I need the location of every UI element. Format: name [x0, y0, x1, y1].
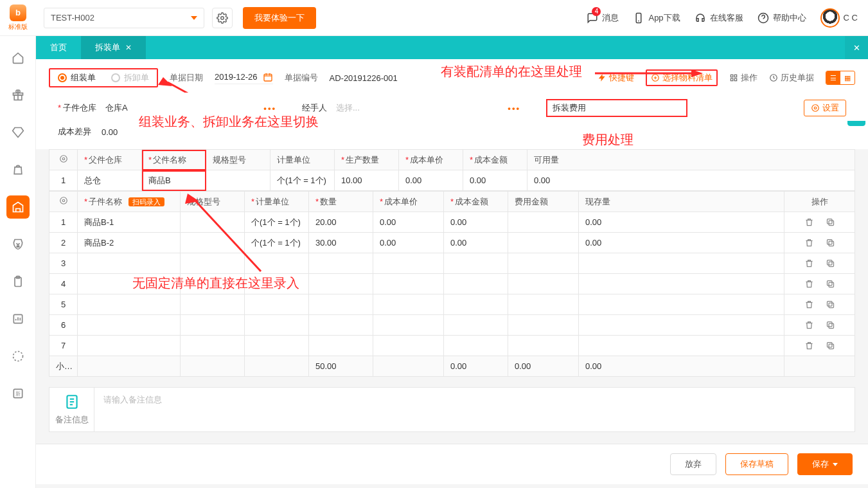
parent-col-unitcost: 成本单价 — [399, 150, 463, 170]
note-icon — [64, 393, 80, 410]
nav-money[interactable] — [6, 233, 30, 256]
nav-new[interactable]: 新 — [6, 382, 30, 405]
svg-rect-37 — [827, 219, 832, 224]
gear-icon — [217, 12, 228, 24]
barcode-chip[interactable]: 扫码录入 — [128, 197, 164, 206]
close-all-tabs[interactable]: ✕ — [845, 36, 868, 59]
parent-row[interactable]: 1 总仓 商品B 个(1个 = 1个) 10.00 0.00 0.00 0.00 — [49, 170, 855, 191]
top-actions: 消息 4 App下载 在线客服 帮助中心 C C — [587, 8, 868, 28]
table-row[interactable]: 4 — [49, 274, 855, 294]
table-row[interactable]: 7 — [49, 336, 855, 356]
support-link[interactable]: 在线客服 — [695, 12, 743, 24]
remark-area: 备注信息 请输入备注信息 — [49, 387, 855, 432]
app-download-link[interactable]: App下载 — [633, 12, 680, 24]
tenant-selector[interactable]: TEST-H002 — [44, 8, 204, 28]
remark-label: 备注信息 — [55, 414, 89, 426]
clipboard-icon — [12, 275, 24, 288]
brand[interactable]: b 标准版 — [0, 0, 36, 35]
history-link[interactable]: 历史单据 — [769, 72, 814, 84]
nav-home[interactable] — [6, 46, 30, 69]
brand-logo-icon: b — [10, 5, 26, 21]
handler-field[interactable]: 选择... — [336, 102, 360, 114]
discard-button[interactable]: 放弃 — [670, 453, 716, 475]
trash-icon[interactable] — [804, 320, 814, 330]
copy-icon[interactable] — [826, 238, 835, 248]
nav-diamond[interactable] — [6, 121, 30, 144]
footer: 放弃 保存草稿 保存 — [36, 444, 868, 484]
svg-point-30 — [814, 107, 817, 109]
child-col-feeamt: 费用金额 — [508, 192, 579, 212]
table-row[interactable]: 3 — [49, 253, 855, 274]
close-icon[interactable]: ✕ — [125, 43, 132, 52]
warehouse-icon — [12, 201, 24, 213]
calendar-icon — [263, 72, 273, 82]
parent-col-costamt: 成本金额 — [463, 150, 527, 170]
settings-link[interactable]: 设置 — [804, 100, 846, 116]
nav-gift[interactable] — [6, 84, 30, 107]
more-icon[interactable]: ••• — [508, 104, 520, 113]
settings-button[interactable] — [212, 8, 233, 28]
date-field[interactable]: 2019-12-26 — [215, 72, 273, 84]
child-gear-header[interactable] — [49, 192, 78, 212]
parent-col-uom: 计量单位 — [270, 150, 335, 170]
report-icon — [12, 312, 24, 325]
trash-icon[interactable] — [804, 341, 814, 350]
copy-icon[interactable] — [826, 300, 835, 309]
table-row[interactable]: 6 — [49, 315, 855, 336]
nav-warehouse[interactable] — [6, 195, 30, 219]
left-nav: 新 — [0, 36, 36, 488]
svg-point-35 — [60, 197, 67, 204]
gear-icon — [59, 154, 68, 163]
operate-link[interactable]: 操作 — [729, 72, 757, 84]
doc-no-value: AD-20191226-001 — [330, 73, 398, 83]
parent-col-spec: 规格型号 — [206, 150, 270, 170]
copy-icon[interactable] — [826, 341, 835, 350]
help-icon — [757, 12, 769, 24]
remark-input[interactable]: 请输入备注信息 — [94, 388, 855, 431]
trash-icon[interactable] — [804, 258, 814, 268]
copy-icon[interactable] — [826, 217, 835, 227]
nav-report[interactable] — [6, 307, 30, 330]
user-menu[interactable]: C C — [820, 8, 858, 28]
table-row[interactable]: 1商品B-1个(1个 = 1个)20.000.000.000.00 — [49, 212, 855, 233]
radio-assemble[interactable]: 组装单 — [58, 72, 96, 84]
svg-rect-21 — [731, 75, 733, 77]
child-col-spec: 规格型号 — [181, 192, 245, 212]
copy-icon[interactable] — [826, 258, 835, 268]
assemble-type-radio-group: 组装单 拆卸单 — [49, 68, 158, 87]
table-row[interactable]: 2商品B-2个(1个 = 1个)30.000.000.000.00 — [49, 233, 855, 253]
nav-sync[interactable] — [6, 345, 30, 368]
messages-link[interactable]: 消息 4 — [587, 12, 619, 24]
trash-icon[interactable] — [804, 300, 814, 309]
svg-point-10 — [13, 352, 22, 361]
save-draft-button[interactable]: 保存草稿 — [725, 453, 788, 475]
copy-icon[interactable] — [826, 279, 835, 289]
view-toggle[interactable]: ☰ ▦ — [826, 71, 855, 85]
save-button[interactable]: 保存 — [797, 453, 853, 475]
cta-button[interactable]: 我要体验一下 — [243, 7, 316, 29]
tab-home[interactable]: 首页 — [36, 36, 81, 59]
child-col-name: 子件名称 扫码录入 — [78, 192, 181, 212]
quick-key-link[interactable]: 快捷键 — [598, 72, 634, 84]
radio-disassemble[interactable]: 拆卸单 — [111, 72, 149, 84]
more-icon[interactable]: ••• — [263, 104, 276, 113]
help-link[interactable]: 帮助中心 — [757, 12, 806, 24]
svg-rect-16 — [264, 74, 272, 81]
avatar — [820, 8, 840, 28]
nav-clipboard[interactable] — [6, 270, 30, 293]
fee-field[interactable]: 拆装费用 — [546, 99, 687, 117]
child-col-qty: 数量 — [309, 192, 373, 212]
trash-icon[interactable] — [804, 279, 814, 289]
parent-gear-header[interactable] — [49, 150, 78, 170]
tab-strip: 首页 拆装单 ✕ ✕ — [36, 36, 868, 59]
trash-icon[interactable] — [804, 238, 814, 248]
table-row[interactable]: 5 — [49, 294, 855, 315]
phone-icon — [633, 12, 644, 24]
nav-bag[interactable] — [6, 158, 30, 181]
tab-current[interactable]: 拆装单 ✕ — [81, 36, 146, 59]
child-wh-value[interactable]: 仓库A — [105, 102, 128, 114]
pick-bom-link[interactable]: 选择物料清单 — [646, 69, 718, 86]
copy-icon[interactable] — [826, 320, 835, 330]
trash-icon[interactable] — [804, 217, 814, 227]
svg-rect-45 — [827, 302, 832, 307]
